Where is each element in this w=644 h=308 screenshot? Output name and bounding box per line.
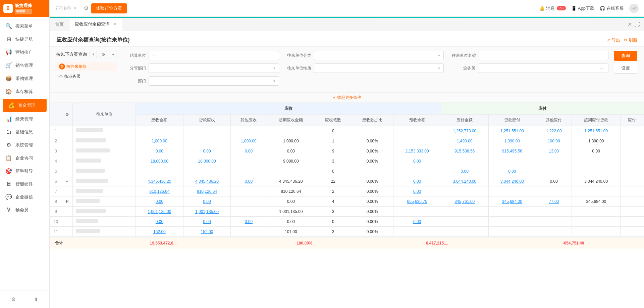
ar-amount-cell[interactable]: 1,001,135.00 (136, 207, 183, 217)
sidebar-item-guide[interactable]: 🎯 新手引导 (0, 165, 49, 178)
sidebar-item-inventory[interactable]: 🏠 库存核算 (0, 85, 49, 98)
other-ap-cell[interactable]: 100.00 (536, 136, 572, 146)
collapse-more-conditions[interactable]: ∧ 收起更多条件 (50, 93, 644, 103)
sidebar-item-wechat[interactable]: 💬 企业微信 (0, 190, 49, 204)
sidebar-item-operations[interactable]: 📊 经营管理 (0, 113, 49, 126)
settlement-unit-input[interactable]: ··· (149, 51, 279, 60)
table-settings-header[interactable]: ⚙ (62, 103, 73, 126)
row-settings[interactable]: P (62, 196, 73, 207)
loan-ar-cell[interactable]: 0.00 (183, 196, 231, 207)
app-download-item[interactable]: 📱 App下载 (571, 5, 594, 11)
advance-balance-cell[interactable]: 655,636.75 (393, 196, 441, 207)
other-ar-cell[interactable]: 0.00 (231, 217, 267, 227)
advance-balance-cell[interactable]: 0.00 (393, 186, 441, 196)
other-ap-cell[interactable]: 1,222.00 (536, 126, 572, 136)
add-filter-btn[interactable]: + (90, 51, 97, 58)
sidebar-item-purchase[interactable]: 📦 采购管理 (0, 72, 49, 85)
row-settings[interactable] (62, 136, 73, 146)
refresh-button[interactable]: ↺ 刷新 (624, 37, 637, 43)
user-avatar[interactable]: Rit (629, 4, 639, 13)
loan-ar-cell[interactable]: 1,001,135.00 (183, 207, 231, 217)
tab-close-icon[interactable]: ✕ (113, 22, 116, 27)
ar-amount-cell[interactable]: 0.00 (136, 217, 183, 227)
other-ar-cell[interactable]: 0.00 (231, 146, 267, 156)
row-settings[interactable] (62, 186, 73, 196)
settings-button[interactable]: ⚙ (3, 294, 23, 305)
ar-amount-cell[interactable]: 152.00 (136, 227, 183, 237)
row-settings[interactable] (62, 146, 73, 156)
sidebar-item-member[interactable]: V 畅会员 (0, 204, 49, 216)
sidebar-item-basic-info[interactable]: 🗂 基础信息 (0, 126, 49, 138)
tab-maximize-icon[interactable]: ⛶ (635, 21, 640, 28)
partner-category-input[interactable]: ▼ (314, 51, 444, 60)
dept-input[interactable]: ▼ (149, 76, 279, 86)
ap-amount-cell[interactable]: 3,044,240.00 (441, 176, 488, 186)
promo-button[interactable]: 体验行业方案 (91, 3, 127, 13)
sidebar-item-finance[interactable]: 💰 资金管理 (3, 99, 47, 112)
advance-balance-cell[interactable]: 0.00 (393, 176, 441, 186)
loan-ap-cell[interactable]: 1,390.00 (488, 136, 536, 146)
row-settings[interactable]: ✓ (62, 176, 73, 186)
settings-gear-icon[interactable]: ⚙ (84, 5, 89, 11)
other-ap-cell[interactable]: 13.00 (536, 146, 572, 156)
row-settings[interactable] (62, 126, 73, 136)
sidebar-item-marketing[interactable]: 📢 营销推广 (0, 46, 49, 59)
sidebar-item-hardware[interactable]: 🖥 智能硬件 (0, 178, 49, 190)
advance-balance-cell[interactable]: 0.00 (393, 217, 441, 227)
sidebar-item-search[interactable]: 🔍 搜索菜单 (0, 19, 49, 33)
row-settings[interactable] (62, 227, 73, 237)
loan-ar-cell[interactable]: 810,126.64 (183, 186, 231, 196)
loan-ap-cell[interactable]: 345,684.00 (488, 196, 536, 207)
ar-amount-cell[interactable]: 1,000.00 (136, 136, 183, 146)
scheme-by-customer[interactable]: 客 按往来单位 (56, 62, 117, 71)
loan-ar-cell[interactable]: 152.00 (183, 227, 231, 237)
overdue-ap-cell[interactable]: 1,251,551.00 (572, 126, 621, 136)
collapse-button[interactable]: ⏸ (26, 295, 46, 305)
ar-amount-cell[interactable]: 810,126.64 (136, 186, 183, 196)
tab-close-window-icon[interactable]: ✕ (628, 21, 632, 28)
row-settings[interactable] (62, 207, 73, 217)
other-ar-cell[interactable]: 0.00 (231, 176, 267, 186)
online-service-item[interactable]: 🎧 在线客服 (600, 5, 624, 11)
dept-manager-input[interactable]: ▼ (149, 63, 279, 73)
sidebar-item-system[interactable]: ⚙ 系统管理 (0, 138, 49, 151)
ar-amount-cell[interactable]: 0.00 (136, 146, 183, 156)
advance-balance-cell[interactable]: 0.00 (393, 156, 441, 166)
ap-amount-cell[interactable]: 915,508.56 (441, 146, 488, 156)
loan-ar-cell[interactable]: 18,000.00 (183, 156, 231, 166)
notification-item[interactable]: 🔔 消息 99+ (539, 5, 566, 11)
ap-amount-cell[interactable]: 1,252,773.00 (441, 126, 488, 136)
advance-balance-cell[interactable]: 2,153,333.00 (393, 146, 441, 156)
sidebar-item-quick-nav[interactable]: ⊞ 快捷导航 (0, 33, 49, 46)
tab-home[interactable]: 首页 (50, 18, 69, 31)
partner-name-input[interactable] (479, 51, 608, 60)
ar-amount-cell[interactable]: 4,345,436.20 (136, 176, 183, 186)
scheme-by-staff[interactable]: ⊙ 按业务员 (56, 72, 117, 81)
ar-amount-cell[interactable]: 18,000.00 (136, 156, 183, 166)
loan-ap-cell[interactable]: 1,251,551.00 (488, 126, 536, 136)
row-settings[interactable] (62, 166, 73, 176)
setting-button[interactable]: 设置 (614, 63, 637, 74)
loan-ar-cell[interactable]: 0.00 (183, 217, 231, 227)
loan-ar-cell[interactable]: 4,345,436.20 (183, 176, 231, 186)
ap-amount-cell[interactable]: 0.00 (441, 166, 488, 176)
loan-ap-cell[interactable]: 915,495.56 (488, 146, 536, 156)
other-ap-cell[interactable]: 77.00 (536, 196, 572, 207)
filter-settings-btn[interactable]: ⊙ (100, 51, 107, 58)
sidebar-item-sales[interactable]: 🛒 销售管理 (0, 59, 49, 72)
query-button[interactable]: 查询 (614, 51, 637, 61)
row-settings[interactable] (62, 156, 73, 166)
loan-ap-cell[interactable]: 3,044,240.00 (488, 176, 536, 186)
sidebar-item-enterprise[interactable]: 📋 企业协同 (0, 151, 49, 165)
tab-ar-ap[interactable]: 应收应付余额查询 ✕ (69, 18, 122, 31)
ar-amount-cell[interactable]: 0.00 (136, 196, 183, 207)
loan-ap-cell[interactable]: 0.00 (488, 166, 536, 176)
export-button[interactable]: ↗ 导出 (606, 37, 620, 43)
other-ar-cell[interactable]: 1,000.00 (231, 136, 267, 146)
salesman-input[interactable]: ··· (478, 63, 608, 73)
ap-amount-cell[interactable]: 345,761.00 (441, 196, 488, 207)
row-settings[interactable] (62, 217, 73, 227)
ap-amount-cell[interactable]: 1,490.00 (441, 136, 488, 146)
partner-nature-input[interactable]: ▼ (314, 63, 444, 73)
loan-ar-cell[interactable]: 0.00 (183, 146, 231, 156)
